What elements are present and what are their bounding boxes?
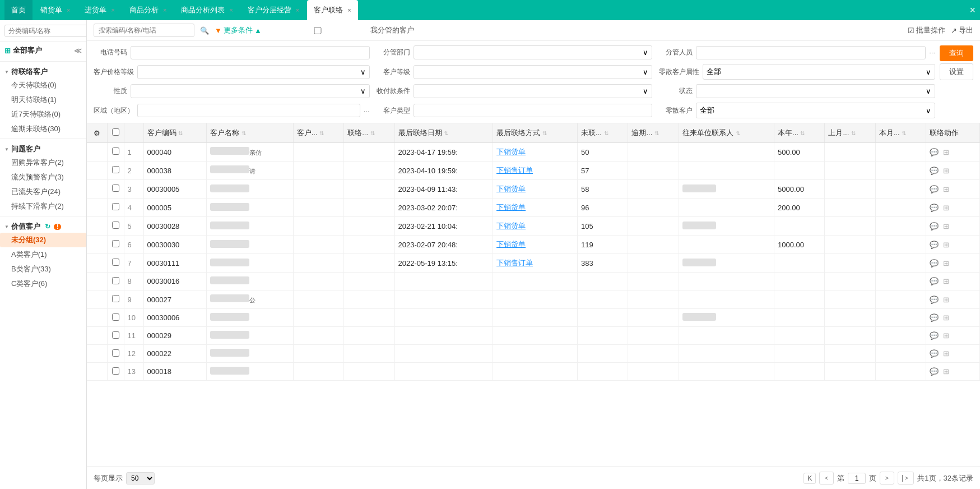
last-method-link[interactable]: 下销货单 bbox=[496, 147, 526, 156]
sidebar-group-value[interactable]: ▼ 价值客户 ↻ ! bbox=[0, 219, 86, 233]
sidebar-group-pending[interactable]: ▼ 待联络客户 bbox=[0, 64, 86, 78]
row-checkbox[interactable] bbox=[112, 147, 119, 155]
row-checkbox[interactable] bbox=[112, 367, 119, 375]
grid-icon[interactable]: ⊞ bbox=[943, 367, 949, 376]
td-checkbox[interactable] bbox=[107, 290, 124, 309]
sidebar-item-c-class[interactable]: C类客户(6) bbox=[0, 276, 86, 291]
sidebar-item-a-class[interactable]: A类客户(1) bbox=[0, 247, 86, 262]
current-page-input[interactable] bbox=[848, 473, 866, 484]
region-more-icon[interactable]: ··· bbox=[364, 107, 370, 115]
th-uncontacted[interactable]: 未联... ⇅ bbox=[578, 123, 628, 143]
last-method-link[interactable]: 下销售订单 bbox=[496, 166, 533, 174]
td-checkbox[interactable] bbox=[107, 180, 124, 199]
td-checkbox[interactable] bbox=[107, 363, 124, 381]
tab-product-analysis-list[interactable]: 商品分析列表 × bbox=[174, 0, 239, 20]
region-input[interactable] bbox=[137, 104, 360, 117]
row-checkbox[interactable] bbox=[112, 240, 119, 247]
td-last-method[interactable]: 下销售订单 bbox=[493, 254, 578, 273]
tab-product-analysis-close[interactable]: × bbox=[163, 7, 166, 13]
td-checkbox[interactable] bbox=[107, 309, 124, 327]
tab-purchase-close[interactable]: × bbox=[111, 7, 114, 13]
tab-sales-close[interactable]: × bbox=[67, 7, 70, 13]
td-checkbox[interactable] bbox=[107, 217, 124, 236]
th-type[interactable]: 客户... ⇅ bbox=[293, 123, 343, 143]
sidebar-item-tomorrow[interactable]: 明天待联络(1) bbox=[0, 93, 86, 107]
prev-page-btn[interactable]: ＜ bbox=[819, 472, 834, 485]
grid-icon[interactable]: ⊞ bbox=[943, 349, 949, 358]
chat-icon[interactable]: 💬 bbox=[930, 277, 939, 285]
chat-icon[interactable]: 💬 bbox=[930, 222, 939, 230]
sidebar-collapse-btn[interactable]: ≪ bbox=[74, 47, 82, 55]
th-contact[interactable]: 联络... ⇅ bbox=[344, 123, 394, 143]
grid-icon[interactable]: ⊞ bbox=[943, 222, 949, 230]
td-last-method[interactable] bbox=[493, 273, 578, 290]
th-biz-contact[interactable]: 往来单位联系人 ⇅ bbox=[679, 123, 774, 143]
grid-icon[interactable]: ⊞ bbox=[943, 331, 949, 340]
td-checkbox[interactable] bbox=[107, 327, 124, 345]
sidebar-item-b-class[interactable]: B类客户(33) bbox=[0, 262, 86, 276]
td-last-method[interactable] bbox=[493, 327, 578, 345]
my-customers-checkbox-label[interactable]: 我分管的客户 bbox=[267, 25, 414, 35]
chat-icon[interactable]: 💬 bbox=[930, 185, 939, 193]
td-checkbox[interactable] bbox=[107, 273, 124, 290]
grid-icon[interactable]: ⊞ bbox=[943, 313, 949, 322]
sidebar-item-overdue[interactable]: 逾期未联络(30) bbox=[0, 122, 86, 136]
grid-icon[interactable]: ⊞ bbox=[943, 259, 949, 267]
row-checkbox[interactable] bbox=[112, 331, 119, 339]
sidebar-item-unclassified[interactable]: 未分组(32) bbox=[0, 233, 86, 247]
tab-home[interactable]: 首页 bbox=[4, 0, 32, 20]
th-last-method[interactable]: 最后联络方式 ⇅ bbox=[493, 123, 578, 143]
tab-customer-contact[interactable]: 客户联络 × bbox=[307, 0, 357, 20]
search-icon[interactable]: 🔍 bbox=[200, 26, 209, 35]
td-last-method[interactable] bbox=[493, 290, 578, 309]
tab-customer-segment-close[interactable]: × bbox=[296, 7, 299, 13]
sidebar-item-churn-warning[interactable]: 流失预警客户(3) bbox=[0, 170, 86, 184]
chat-icon[interactable]: 💬 bbox=[930, 204, 939, 212]
last-page-btn[interactable]: |＞ bbox=[898, 472, 914, 485]
select-all-checkbox[interactable] bbox=[112, 128, 119, 136]
reset-btn[interactable]: 设置 bbox=[940, 63, 973, 80]
grade-dropdown[interactable]: ∨ bbox=[414, 65, 653, 79]
chat-icon[interactable]: 💬 bbox=[930, 313, 939, 322]
row-checkbox[interactable] bbox=[112, 349, 119, 357]
grid-icon[interactable]: ⊞ bbox=[943, 204, 949, 212]
td-last-method[interactable]: 下销货单 bbox=[493, 236, 578, 254]
row-checkbox[interactable] bbox=[112, 184, 119, 192]
tab-customer-contact-close[interactable]: × bbox=[347, 7, 351, 13]
tab-sales[interactable]: 销货单 × bbox=[34, 0, 77, 20]
grid-icon[interactable]: ⊞ bbox=[943, 185, 949, 193]
td-last-method[interactable] bbox=[493, 345, 578, 363]
first-page-btn[interactable]: K bbox=[803, 473, 816, 484]
chat-icon[interactable]: 💬 bbox=[930, 296, 939, 304]
td-checkbox[interactable] bbox=[107, 143, 124, 162]
batch-op-btn[interactable]: ☑ 批量操作 bbox=[908, 25, 945, 35]
refresh-icon[interactable]: ↻ bbox=[45, 223, 50, 230]
td-last-method[interactable]: 下销货单 bbox=[493, 217, 578, 236]
row-checkbox[interactable] bbox=[112, 277, 119, 284]
td-last-method[interactable] bbox=[493, 363, 578, 381]
payment-dropdown[interactable]: ∨ bbox=[414, 84, 653, 98]
sparse-attr-dropdown[interactable]: 全部∨ bbox=[703, 64, 935, 80]
manager-input[interactable] bbox=[696, 46, 926, 59]
th-this-year[interactable]: 本年... ⇅ bbox=[774, 123, 825, 143]
th-this-month[interactable]: 本月... ⇅ bbox=[875, 123, 926, 143]
page-size-select[interactable]: 20 50 100 bbox=[126, 472, 155, 485]
customer-type-input[interactable] bbox=[414, 104, 653, 117]
next-page-btn[interactable]: ＞ bbox=[880, 472, 894, 485]
th-overdue[interactable]: 逾期... ⇅ bbox=[628, 123, 679, 143]
td-checkbox[interactable] bbox=[107, 254, 124, 273]
td-last-method[interactable]: 下销货单 bbox=[493, 143, 578, 162]
td-last-method[interactable]: 下销售订单 bbox=[493, 162, 578, 180]
chat-icon[interactable]: 💬 bbox=[930, 349, 939, 358]
chat-icon[interactable]: 💬 bbox=[930, 367, 939, 376]
sidebar-all-customers[interactable]: ⊞ 全部客户 ≪ bbox=[0, 42, 86, 59]
th-code[interactable]: 客户编码 ⇅ bbox=[143, 123, 207, 143]
sidebar-search-input[interactable] bbox=[4, 25, 87, 37]
phone-input[interactable] bbox=[131, 46, 370, 59]
td-last-method[interactable] bbox=[493, 309, 578, 327]
row-checkbox[interactable] bbox=[112, 203, 119, 210]
last-method-link[interactable]: 下销货单 bbox=[496, 222, 526, 230]
more-conditions-btn[interactable]: ▼ 更多条件 ▲ bbox=[215, 25, 262, 35]
td-checkbox[interactable] bbox=[107, 236, 124, 254]
td-checkbox[interactable] bbox=[107, 162, 124, 180]
